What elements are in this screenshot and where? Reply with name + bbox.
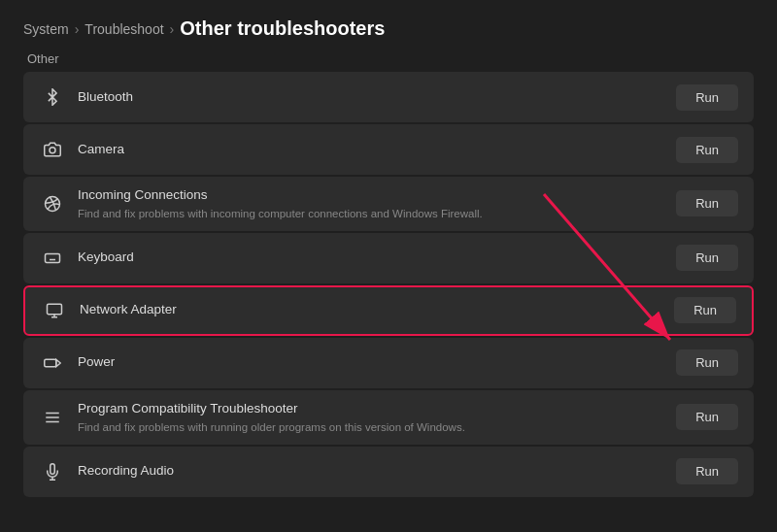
breadcrumb: System › Troubleshoot › Other troublesho… — [0, 0, 777, 51]
breadcrumb-sep-2: › — [170, 21, 175, 37]
breadcrumb-system[interactable]: System — [23, 21, 69, 37]
row-title-program-compatibility: Program Compatibility Troubleshooter — [78, 400, 664, 418]
run-button-keyboard[interactable]: Run — [676, 245, 738, 271]
row-title-bluetooth: Bluetooth — [78, 88, 664, 107]
run-button-power[interactable]: Run — [676, 349, 738, 376]
row-content-power: Power — [66, 344, 676, 382]
row-title-incoming-connections: Incoming Connections — [78, 186, 664, 205]
incoming-icon — [39, 195, 66, 213]
svg-marker-5 — [56, 359, 61, 367]
troubleshooter-row-incoming-connections: Incoming ConnectionsFind and fix problem… — [23, 177, 754, 231]
network-icon — [41, 302, 68, 319]
row-desc-incoming-connections: Find and fix problems with incoming comp… — [78, 207, 664, 221]
row-content-keyboard: Keyboard — [66, 239, 676, 277]
row-content-incoming-connections: Incoming ConnectionsFind and fix problem… — [66, 177, 676, 231]
camera-icon — [39, 141, 66, 158]
row-title-power: Power — [78, 353, 664, 372]
run-button-camera[interactable]: Run — [676, 137, 738, 163]
row-title-recording-audio: Recording Audio — [78, 462, 664, 481]
troubleshooter-row-program-compatibility: Program Compatibility TroubleshooterFind… — [23, 390, 754, 445]
program-icon — [39, 409, 66, 426]
row-content-camera: Camera — [66, 131, 676, 169]
run-button-bluetooth[interactable]: Run — [676, 84, 738, 111]
row-title-keyboard: Keyboard — [78, 249, 664, 267]
run-button-incoming-connections[interactable]: Run — [676, 190, 738, 216]
row-content-bluetooth: Bluetooth — [66, 79, 676, 116]
troubleshooter-row-keyboard: KeyboardRun — [23, 233, 754, 283]
row-title-camera: Camera — [78, 141, 664, 159]
row-content-network-adapter: Network Adapter — [68, 291, 674, 329]
section-label: Other — [23, 51, 754, 66]
bluetooth-icon — [39, 88, 66, 106]
row-desc-program-compatibility: Find and fix problems with running older… — [78, 420, 664, 435]
main-content: Other BluetoothRunCameraRunIncoming Conn… — [0, 51, 777, 497]
breadcrumb-sep-1: › — [75, 21, 80, 37]
troubleshooter-row-network-adapter: Network AdapterRun — [23, 285, 754, 336]
power-icon — [39, 354, 66, 372]
run-button-network-adapter[interactable]: Run — [674, 297, 736, 323]
breadcrumb-current: Other troubleshooters — [180, 17, 385, 40]
troubleshooter-row-bluetooth: BluetoothRun — [23, 72, 754, 122]
svg-rect-3 — [48, 304, 62, 315]
run-button-program-compatibility[interactable]: Run — [676, 404, 738, 430]
svg-rect-2 — [46, 253, 60, 262]
troubleshooter-row-camera: CameraRun — [23, 124, 754, 175]
svg-point-0 — [50, 148, 55, 153]
microphone-icon — [39, 463, 66, 481]
row-content-recording-audio: Recording Audio — [66, 452, 676, 490]
troubleshooter-row-recording-audio: Recording AudioRun — [23, 447, 754, 497]
troubleshooter-row-power: PowerRun — [23, 338, 754, 388]
run-button-recording-audio[interactable]: Run — [676, 458, 738, 484]
row-content-program-compatibility: Program Compatibility TroubleshooterFind… — [66, 390, 676, 445]
svg-rect-4 — [45, 359, 56, 367]
keyboard-icon — [39, 249, 66, 267]
troubleshooter-list: BluetoothRunCameraRunIncoming Connection… — [23, 72, 754, 497]
row-title-network-adapter: Network Adapter — [80, 301, 662, 319]
breadcrumb-troubleshoot[interactable]: Troubleshoot — [84, 21, 163, 37]
